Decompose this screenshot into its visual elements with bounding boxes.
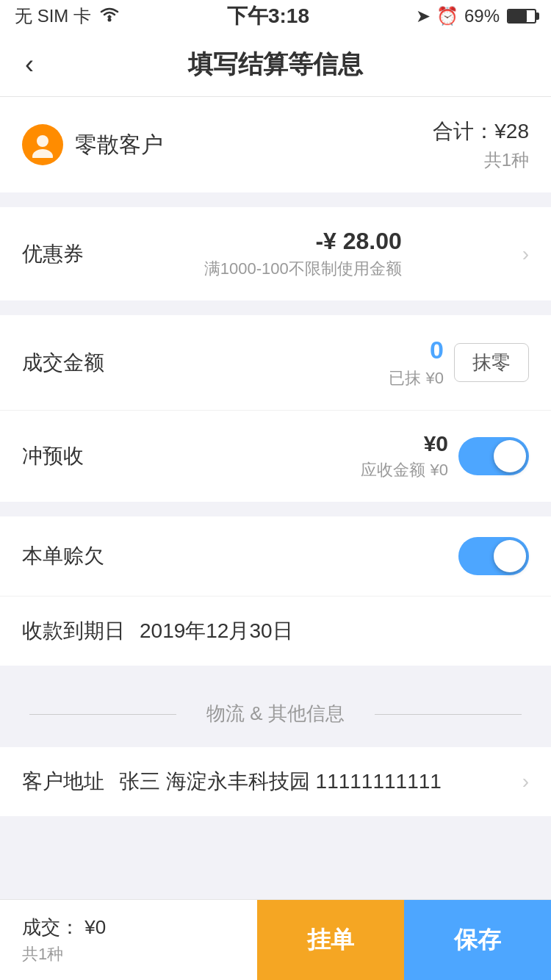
prepay-amounts: ¥0 应收金额 ¥0 xyxy=(361,431,448,481)
hold-button[interactable]: 挂单 xyxy=(257,900,404,981)
battery-percent: 69% xyxy=(464,6,500,26)
status-bar: 无 SIM 卡 下午3:18 ➤ ⏰ 69% xyxy=(0,0,551,32)
footer-count: 共1种 xyxy=(22,943,235,965)
logistics-label: 物流 & 其他信息 xyxy=(206,702,345,724)
amount-sub: 已抹 ¥0 xyxy=(389,367,444,389)
prepay-toggle-knob xyxy=(494,440,526,472)
address-label: 客户地址 xyxy=(22,768,104,796)
amount-right: 0 已抹 ¥0 抹零 xyxy=(389,336,529,389)
due-date-row[interactable]: 收款到期日 2019年12月30日 xyxy=(0,597,551,666)
alarm-icon: ⏰ xyxy=(436,6,458,26)
customer-left: 零散客户 xyxy=(22,124,163,165)
footer-deal-label: 成交： xyxy=(22,916,79,938)
prepay-row: 冲预收 ¥0 应收金额 ¥0 xyxy=(0,411,551,502)
footer-deal: 成交： ¥0 xyxy=(22,915,235,940)
coupon-chevron-icon: › xyxy=(522,242,529,266)
customer-total: 合计：¥28 xyxy=(433,118,529,145)
customer-right: 合计：¥28 共1种 xyxy=(433,118,529,172)
coupon-section: 优惠券 -¥ 28.00 满1000-100不限制使用金额 › xyxy=(0,207,551,300)
round-zero-button[interactable]: 抹零 xyxy=(454,343,529,382)
debt-row: 本单赊欠 xyxy=(0,516,551,597)
status-right: ➤ ⏰ 69% xyxy=(416,6,536,26)
prepay-accountable: 应收金额 ¥0 xyxy=(361,459,448,481)
amount-right-inner: 0 已抹 ¥0 xyxy=(389,336,444,389)
due-date-value: 2019年12月30日 xyxy=(140,617,293,645)
customer-name: 零散客户 xyxy=(75,130,163,160)
customer-count: 共1种 xyxy=(433,148,529,172)
content-area: 零散客户 合计：¥28 共1种 优惠券 -¥ 28.00 满1000-100不限… xyxy=(0,97,551,941)
wifi-icon xyxy=(98,6,120,26)
nav-bar: ‹ 填写结算等信息 xyxy=(0,32,551,97)
amount-row: 成交金额 0 已抹 ¥0 抹零 xyxy=(0,315,551,411)
coupon-row-right: -¥ 28.00 满1000-100不限制使用金额 xyxy=(204,228,402,280)
debt-toggle-knob xyxy=(494,540,526,572)
due-date-key: 收款到期日 xyxy=(22,617,125,645)
prepay-amount: ¥0 xyxy=(361,431,448,456)
footer: 成交： ¥0 共1种 挂单 保存 xyxy=(0,899,551,980)
debt-toggle[interactable] xyxy=(458,537,529,575)
amount-value: 0 xyxy=(389,336,444,364)
status-left: 无 SIM 卡 xyxy=(15,4,120,28)
coupon-amount: -¥ 28.00 xyxy=(204,228,402,255)
svg-point-0 xyxy=(108,18,112,22)
coupon-row[interactable]: 优惠券 -¥ 28.00 满1000-100不限制使用金额 › xyxy=(0,207,551,300)
carrier-text: 无 SIM 卡 xyxy=(15,4,91,28)
amount-label: 成交金额 xyxy=(22,349,104,377)
status-time: 下午3:18 xyxy=(227,2,309,30)
debt-section: 本单赊欠 收款到期日 2019年12月30日 xyxy=(0,516,551,666)
customer-avatar xyxy=(22,124,63,165)
svg-point-2 xyxy=(32,149,53,158)
prepay-label: 冲预收 xyxy=(22,442,84,470)
prepay-right: ¥0 应收金额 ¥0 xyxy=(361,431,529,481)
logistics-divider: 物流 & 其他信息 xyxy=(0,680,551,747)
address-section: 客户地址 张三 海淀永丰科技园 11111111111 › xyxy=(0,747,551,816)
page-title: 填写结算等信息 xyxy=(188,48,363,82)
location-icon: ➤ xyxy=(416,6,431,26)
address-value: 张三 海淀永丰科技园 11111111111 xyxy=(119,768,508,796)
save-button[interactable]: 保存 xyxy=(404,900,551,981)
prepay-toggle[interactable] xyxy=(458,437,529,475)
customer-section: 零散客户 合计：¥28 共1种 xyxy=(0,97,551,192)
svg-point-1 xyxy=(37,135,48,147)
footer-deal-amount: ¥0 xyxy=(84,916,106,938)
coupon-description: 满1000-100不限制使用金额 xyxy=(204,258,402,280)
coupon-label: 优惠券 xyxy=(22,240,84,268)
address-chevron-icon: › xyxy=(522,770,529,793)
battery-icon xyxy=(507,9,536,24)
transaction-section: 成交金额 0 已抹 ¥0 抹零 冲预收 ¥0 应收金额 ¥0 xyxy=(0,315,551,502)
footer-info: 成交： ¥0 共1种 xyxy=(0,915,257,965)
back-button[interactable]: ‹ xyxy=(18,42,41,87)
debt-label: 本单赊欠 xyxy=(22,542,104,570)
address-row[interactable]: 客户地址 张三 海淀永丰科技园 11111111111 › xyxy=(0,747,551,816)
